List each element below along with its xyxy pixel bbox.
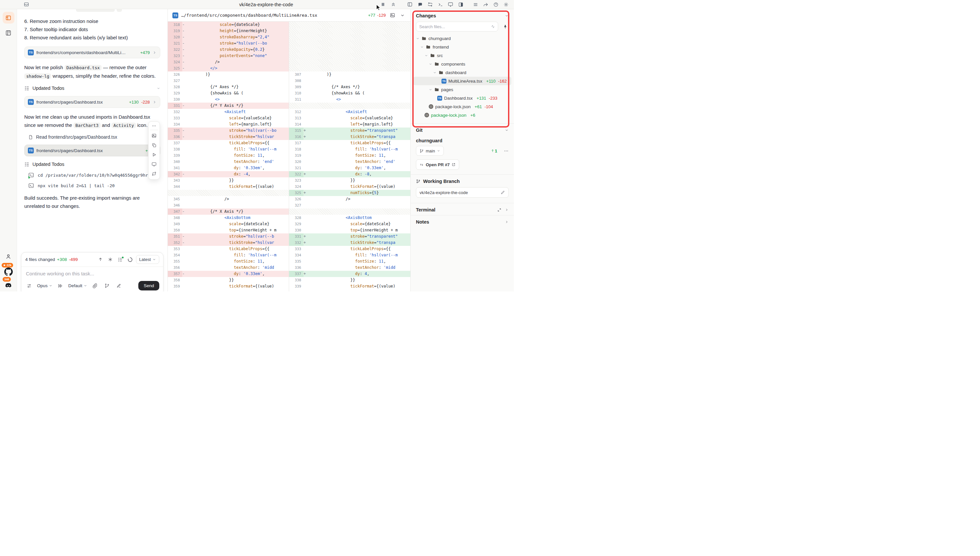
code-line: tickLabelProps={{ — [308, 140, 410, 146]
chat-button[interactable] — [416, 1, 424, 8]
terminal-command-row[interactable]: npx vite build 2>&1 | tail -20 — [28, 183, 160, 189]
fast-forward-button[interactable] — [57, 282, 64, 290]
working-branch-field[interactable]: vk/4e2a-explore-the-code — [416, 187, 509, 198]
spinner-icon — [128, 257, 133, 262]
edit-pen-button[interactable] — [115, 282, 123, 290]
pin-files-button[interactable] — [501, 22, 509, 31]
pause-button[interactable] — [379, 1, 387, 8]
line-number: 353 — [168, 246, 182, 252]
send-button[interactable]: Send — [138, 281, 159, 291]
file-change-card[interactable]: TSfrontend/src/pages/Dashboard.tsx+130-2… — [24, 96, 160, 108]
message-input[interactable]: Continue working on this task... — [21, 267, 163, 278]
screenshot-button[interactable] — [149, 131, 159, 140]
line-number: 307 — [289, 71, 304, 78]
account-button[interactable] — [3, 251, 15, 262]
file-change-card[interactable]: TSfrontend/src/components/dashboard/Mult… — [24, 47, 160, 58]
diff-row: 328 {/* Axes */} — [168, 84, 289, 90]
kanban-tab[interactable] — [3, 27, 15, 39]
branch-button[interactable] — [103, 282, 111, 290]
attach-button[interactable] — [91, 282, 99, 290]
chat-transcript[interactable]: 6. Remove zoom instruction noise7. Softe… — [17, 9, 168, 253]
diff-row: 322+ dx: -8, — [289, 171, 410, 177]
notes-section-header[interactable]: Notes — [411, 215, 514, 227]
tree-folder-pages[interactable]: pages — [413, 85, 511, 94]
workspace-tab-active[interactable] — [3, 12, 15, 24]
copy-button[interactable] — [149, 140, 159, 150]
branch-selector[interactable]: main — [416, 146, 444, 156]
menu-button[interactable] — [471, 1, 480, 8]
terminal-section-header[interactable]: Terminal — [411, 203, 514, 215]
tree-label: dashboard — [446, 70, 467, 75]
tree-folder-frontend[interactable]: frontend — [413, 43, 511, 51]
updated-todos-row[interactable]: Updated Todos — [24, 162, 160, 167]
search-input[interactable]: Search files... — [416, 22, 498, 31]
file-change-card[interactable]: TSfrontend/src/pages/Dashboard.tsx+1-5 — [24, 145, 160, 157]
tray-icon-button[interactable] — [22, 1, 31, 8]
tool-use-row[interactable]: Read frontend/src/pages/Dashboard.tsx — [28, 134, 160, 140]
tree-folder-churnguard[interactable]: churnguard — [413, 34, 511, 43]
collapse-diff-button[interactable] — [399, 13, 406, 18]
more-options-button[interactable] — [149, 123, 159, 129]
deletions-count: -499 — [69, 257, 77, 262]
collapse-diagonal-icon[interactable] — [491, 24, 495, 29]
diff-marker — [304, 196, 308, 202]
tree-file-package-lock-json[interactable]: {}package-lock.json+6 — [413, 111, 511, 119]
help-button[interactable] — [492, 1, 500, 8]
sync-button[interactable] — [426, 1, 434, 8]
line-number: 337 — [168, 140, 182, 146]
ts-file-icon: TS — [441, 79, 446, 84]
model-dropdown[interactable]: Opus — [37, 283, 52, 288]
git-title: Git — [416, 128, 423, 133]
spark-button[interactable] — [107, 256, 115, 263]
terminal-command-row[interactable]: +cd /private/var/folders/10/h7w0q46556gg… — [28, 172, 160, 178]
git-more-button[interactable] — [504, 149, 509, 154]
theme-toggle-button[interactable] — [457, 1, 465, 8]
mode-dropdown[interactable]: Default — [68, 283, 87, 288]
collapse-all-button[interactable] — [389, 1, 397, 8]
diff-marker — [304, 227, 308, 233]
code-line: </> — [187, 65, 289, 71]
todos-status-button[interactable] — [116, 256, 124, 263]
preview-button[interactable] — [149, 159, 159, 169]
diff-row: 330 top={innerHeight + m — [289, 227, 410, 233]
line-number: 357 — [168, 271, 182, 277]
image-diff-button[interactable] — [389, 13, 396, 18]
files-changed-bar[interactable]: 4 files changed +308 -499 Latest — [21, 252, 163, 267]
tree-file-package-lock-json[interactable]: {}package-lock.json+61-104 — [413, 102, 511, 111]
settings-button[interactable] — [502, 1, 510, 8]
tree-folder-components[interactable]: components — [413, 60, 511, 68]
updated-todos-row[interactable]: Updated Todos — [24, 86, 160, 91]
tree-folder-dashboard[interactable]: dashboard — [413, 68, 511, 77]
diff-row: 339 tickFormat={(value) — [289, 283, 410, 289]
discord-link[interactable]: 346 — [4, 281, 13, 290]
pencil-icon[interactable] — [500, 190, 505, 195]
line-number: 355 — [168, 258, 182, 265]
changes-section-header[interactable]: Changes — [411, 9, 514, 21]
scroll-top-button[interactable] — [97, 256, 105, 263]
run-button[interactable] — [149, 150, 159, 159]
open-pr-button[interactable]: Open PR #7 — [416, 159, 459, 170]
changes-title: Changes — [416, 13, 436, 18]
terminal-button[interactable] — [436, 1, 444, 8]
code-line: }} — [308, 277, 410, 283]
line-number: 359 — [168, 283, 182, 289]
left-rail: ★ 22k 346 — [0, 9, 17, 291]
display-button[interactable] — [446, 1, 455, 8]
diff-row: 337 tickLabelProps={{ — [168, 140, 289, 146]
expand-icon[interactable] — [497, 208, 502, 212]
tree-folder-src[interactable]: src — [413, 51, 511, 60]
diff-body[interactable]: 318- scale={dateScale}319- height={inner… — [168, 22, 410, 291]
chevron-down-icon — [420, 45, 424, 49]
panel-left-button[interactable] — [406, 1, 414, 8]
version-dropdown[interactable]: Latest — [136, 255, 159, 264]
compare-button[interactable] — [149, 169, 159, 178]
gear-icon — [504, 2, 509, 7]
tree-file-multilinearea-tsx[interactable]: TSMultiLineArea.tsx+110-162 — [413, 77, 511, 85]
share-button[interactable] — [481, 1, 490, 8]
tree-file-dashboard-tsx[interactable]: TSDashboard.tsx+131-233 — [413, 94, 511, 102]
settings-sliders-button[interactable] — [25, 282, 33, 290]
github-link[interactable]: ★ 22k — [4, 268, 13, 276]
diff-row — [289, 28, 410, 34]
git-section-header[interactable]: Git — [411, 124, 514, 136]
diff-row: 318 fill: 'hsl(var(--m — [289, 146, 410, 152]
